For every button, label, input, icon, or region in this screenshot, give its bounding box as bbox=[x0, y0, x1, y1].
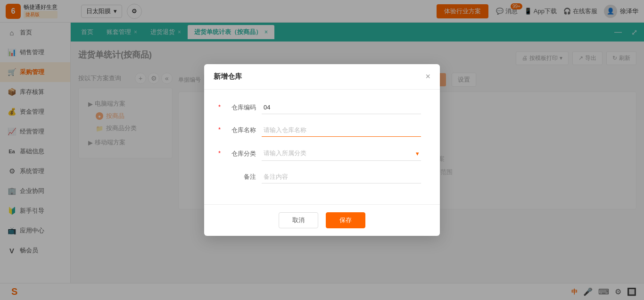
dialog-body: 仓库编码 仓库名称 仓库分类 请输入所属分类 ▾ 备注 bbox=[204, 90, 440, 204]
warehouse-code-label: 仓库编码 bbox=[223, 103, 256, 112]
warehouse-name-input[interactable] bbox=[262, 124, 421, 137]
warehouse-category-label: 仓库分类 bbox=[223, 150, 256, 158]
warehouse-remark-label: 备注 bbox=[223, 173, 256, 181]
warehouse-code-input[interactable] bbox=[262, 101, 421, 114]
save-button[interactable]: 保存 bbox=[326, 212, 365, 228]
dialog-title: 新增仓库 bbox=[214, 72, 242, 81]
category-chevron-icon: ▾ bbox=[416, 150, 419, 157]
warehouse-category-placeholder: 请输入所属分类 bbox=[264, 149, 306, 158]
warehouse-remark-input[interactable] bbox=[262, 170, 421, 183]
warehouse-code-row: 仓库编码 bbox=[223, 101, 421, 114]
warehouse-category-select[interactable]: 请输入所属分类 ▾ bbox=[262, 146, 421, 161]
dialog-close-button[interactable]: × bbox=[425, 72, 430, 82]
warehouse-name-row: 仓库名称 bbox=[223, 124, 421, 137]
dialog-footer: 取消 保存 bbox=[204, 204, 440, 236]
warehouse-remark-row: 备注 bbox=[223, 170, 421, 183]
new-warehouse-dialog: 新增仓库 × 仓库编码 仓库名称 仓库分类 请输入所属分类 ▾ 备注 取消 bbox=[204, 64, 440, 236]
dialog-header: 新增仓库 × bbox=[204, 64, 440, 90]
warehouse-name-label: 仓库名称 bbox=[223, 126, 256, 134]
cancel-button[interactable]: 取消 bbox=[279, 212, 318, 228]
warehouse-category-row: 仓库分类 请输入所属分类 ▾ bbox=[223, 146, 421, 161]
